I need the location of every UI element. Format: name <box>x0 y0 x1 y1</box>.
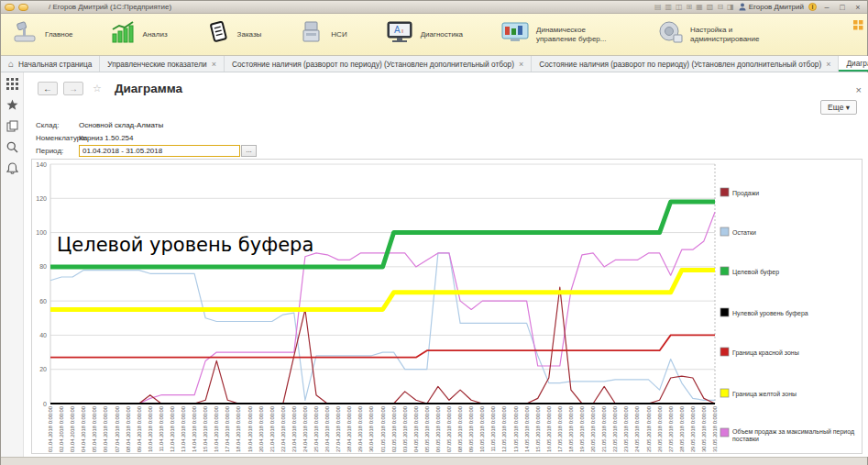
form-close-icon[interactable]: × <box>856 84 862 95</box>
window-title: / Егоров Дмитрий (1С:Предприятие) <box>49 3 171 11</box>
x-tick-label: 01.05.2018 0:00:00 <box>380 406 386 452</box>
ribbon-item-label: Настройка и администрирование <box>690 26 775 43</box>
ribbon-item-nsi-cabinet[interactable]: НСИ <box>298 20 346 49</box>
x-tick-label: 19.04.2018 0:00:00 <box>247 406 253 452</box>
ribbon-item-desk-lamp[interactable]: Главное <box>12 20 73 49</box>
chart-annotation: Целевой уровень буфера <box>57 234 313 256</box>
x-tick-label: 03.05.2018 0:00:00 <box>402 406 408 452</box>
ribbon-item-orders-note[interactable]: Заказы <box>204 20 262 49</box>
x-tick-label: 26.05.2018 0:00:00 <box>657 406 663 452</box>
analysis-bars-icon <box>110 20 137 49</box>
menu-icon[interactable] <box>1 72 24 94</box>
x-tick-label: 22.04.2018 0:00:00 <box>280 406 286 452</box>
save-icon[interactable]: ▤ <box>654 3 662 11</box>
current-user[interactable]: Егоров Дмитрий <box>739 3 804 11</box>
period-input[interactable] <box>79 145 240 157</box>
x-tick-label: 04.04.2018 0:00:00 <box>81 406 86 452</box>
attachments-icon[interactable]: ▦ <box>696 3 703 11</box>
tab-1[interactable]: Управленческие показатели× <box>100 56 225 72</box>
notifications-icon[interactable] <box>1 157 24 178</box>
legend-label: Граница желтой зоны <box>732 391 797 398</box>
tab-close-icon[interactable]: × <box>826 60 830 69</box>
tab-home[interactable]: ⌂Начальная страница <box>1 56 100 72</box>
diagnostics-monitor-icon: Aı <box>384 20 415 49</box>
user-icon <box>739 3 746 11</box>
x-tick-label: 03.04.2018 0:00:00 <box>70 406 75 452</box>
ribbon-item-label: Диагностика <box>421 30 463 39</box>
y-tick-label: 100 <box>36 229 47 236</box>
y-tick-label: 140 <box>36 161 47 168</box>
export-icon[interactable]: ⊞ <box>687 3 693 11</box>
chart-container: 02040608010012014001.04.2018 0:00:0002.0… <box>31 159 863 454</box>
field-label: Номенклатура: <box>36 134 79 142</box>
legend-item: Остатки <box>720 227 756 236</box>
more-button[interactable]: Еще ▾ <box>820 100 857 115</box>
quick-menu-button[interactable] <box>18 4 28 11</box>
favorites-icon[interactable] <box>1 94 24 115</box>
x-tick-label: 13.05.2018 0:00:00 <box>513 406 519 452</box>
favorite-star-icon[interactable]: ☆ <box>93 83 102 94</box>
buffer-chart: 02040608010012014001.04.2018 0:00:0002.0… <box>32 160 862 453</box>
y-tick-label: 40 <box>39 332 47 338</box>
x-tick-label: 05.04.2018 0:00:00 <box>92 406 97 452</box>
svg-text:A: A <box>394 25 401 35</box>
main-menu-button[interactable] <box>5 4 15 11</box>
tab-2[interactable]: Состояние наличия (разворот по периоду) … <box>225 56 532 72</box>
ribbon-item-label: Главное <box>45 30 73 39</box>
x-tick-label: 07.05.2018 0:00:00 <box>446 406 452 452</box>
x-tick-label: 17.05.2018 0:00:00 <box>557 406 563 452</box>
x-tick-label: 11.05.2018 0:00:00 <box>490 406 496 452</box>
maximize-button[interactable]: □ <box>837 3 848 12</box>
ribbon-item-dynamic-buffer-monitor[interactable]: Динамическое управление буфер... <box>500 20 621 49</box>
x-tick-label: 15.05.2018 0:00:00 <box>535 406 541 452</box>
tab-bar: ⌂Начальная страницаУправленческие показа… <box>1 56 867 72</box>
x-tick-label: 12.04.2018 0:00:00 <box>170 406 175 452</box>
info-icon[interactable]: i <box>808 3 817 11</box>
filter-fields: Склад:Основной склад-АлматыНоменклатура:… <box>36 118 257 157</box>
field-label: Склад: <box>36 121 79 129</box>
period-picker-button[interactable]: ... <box>241 145 257 157</box>
x-tick-label: 21.05.2018 0:00:00 <box>601 406 607 452</box>
tab-close-icon[interactable]: × <box>519 60 523 69</box>
x-tick-label: 09.04.2018 0:00:00 <box>137 406 142 452</box>
legend-swatch <box>720 348 729 356</box>
y-tick-label: 80 <box>39 263 47 270</box>
forward-button[interactable]: → <box>63 82 83 95</box>
calendar-icon[interactable]: ⊟ <box>717 3 723 11</box>
field-value: Карниз 1.50.254 <box>79 134 133 142</box>
legend-label: Продажи <box>732 190 759 197</box>
legend-item: Объем продаж за максимальный периодпоста… <box>720 428 854 442</box>
ribbon-item-analysis-bars[interactable]: Анализ <box>110 20 168 49</box>
legend-label: Граница красной зоны <box>732 349 799 357</box>
x-tick-label: 01.04.2018 0:00:00 <box>48 406 53 452</box>
x-tick-label: 29.05.2018 0:00:00 <box>690 406 696 452</box>
x-tick-label: 02.04.2018 0:00:00 <box>59 406 64 452</box>
print-icon[interactable]: ▥ <box>665 3 672 11</box>
tab-label: Состояние наличия (разворот по периоду) … <box>232 60 514 69</box>
tab-3[interactable]: Состояние наличия (разворот по периоду) … <box>532 56 839 72</box>
legend-item: Граница красной зоны <box>720 348 799 357</box>
legend-swatch <box>720 267 729 275</box>
x-tick-label: 16.05.2018 0:00:00 <box>546 406 552 452</box>
series-line <box>50 253 715 400</box>
back-button[interactable]: ← <box>38 82 58 95</box>
ribbon-item-settings-sphere[interactable]: Настройка и администрирование <box>657 20 775 49</box>
history-icon[interactable] <box>1 115 24 136</box>
tab-close-icon[interactable]: × <box>212 60 216 69</box>
y-tick-label: 0 <box>43 401 47 407</box>
ribbon-item-diagnostics-monitor[interactable]: AıДиагностика <box>384 20 463 49</box>
x-axis-labels: 01.04.2018 0:00:0002.04.2018 0:00:0003.0… <box>48 406 718 452</box>
y-tick-label: 20 <box>39 366 47 372</box>
close-button[interactable]: × <box>852 3 863 12</box>
chart-series <box>50 202 715 404</box>
search-icon[interactable] <box>1 136 24 157</box>
table-icon[interactable]: ▧ <box>707 3 714 11</box>
minimize-button[interactable]: – <box>821 3 832 12</box>
x-tick-label: 05.05.2018 0:00:00 <box>424 406 430 452</box>
preview-icon[interactable]: ◫ <box>676 3 683 11</box>
x-tick-label: 28.05.2018 0:00:00 <box>679 406 685 452</box>
ribbon-overflow-icon[interactable] <box>853 17 863 34</box>
legend-swatch <box>720 227 729 236</box>
tab-4[interactable]: Диаграмма× <box>839 56 868 72</box>
compare-icon[interactable]: ◨ <box>727 3 734 11</box>
